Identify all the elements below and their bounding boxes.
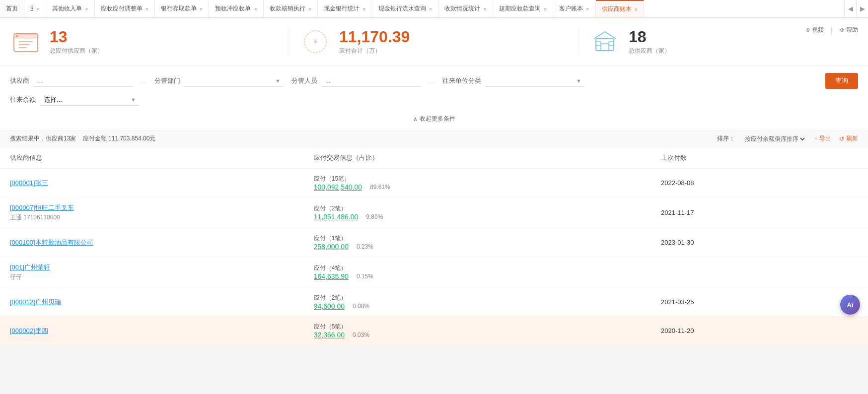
nav-tab-close[interactable]: × — [85, 6, 88, 12]
table-row: [000100]本特勤油品有限公司应付（1笔）258,000.000.23%20… — [0, 228, 868, 257]
nav-tab-close[interactable]: × — [544, 6, 547, 12]
filter-balance: 往来余额 选择... ▼ — [10, 94, 139, 106]
supplier-count: 13 — [50, 28, 103, 46]
nav-tab-cash-flow-query[interactable]: 现金银行流水查询 × — [372, 0, 438, 18]
svg-point-5 — [16, 35, 18, 37]
summary-card-suppliers: 13 总应付供应商（家） — [10, 26, 279, 58]
category-filter-select[interactable]: ▼ — [485, 75, 584, 87]
transaction-amount[interactable]: 94,600.00 — [314, 302, 345, 310]
nav-tab-cash-bank-stat[interactable]: 现金银行统计 × — [318, 0, 372, 18]
nav-tab-3[interactable]: 3 × — [24, 0, 46, 18]
nav-tab-receipt-verify[interactable]: 收款核销执行 × — [264, 0, 318, 18]
nav-tab-label: 其他收入单 — [52, 4, 82, 13]
last-pay-date: 2021-03-25 — [651, 288, 868, 317]
nav-tab-home[interactable]: 首页 — [0, 0, 24, 18]
sort-select[interactable]: 按应付余额倒序排序 — [743, 135, 806, 143]
col-header-supplier: 供应商信息 — [0, 147, 304, 169]
transaction-pct: 0.08% — [353, 303, 369, 310]
nav-tab-label: 客户账本 — [559, 4, 583, 13]
nav-tab-close[interactable]: × — [635, 6, 638, 12]
nav-tab-close[interactable]: × — [586, 6, 589, 12]
transaction-label: 应付（15笔） — [314, 175, 641, 183]
transaction-label: 应付（2笔） — [314, 294, 641, 302]
summary-info-payable: 11,170.39 应付合计（万） — [339, 28, 410, 55]
nav-next-arrow[interactable]: ▶ — [856, 0, 868, 18]
transaction-amount[interactable]: 100,092,540.00 — [314, 183, 362, 191]
supplier-link[interactable]: [000100]本特勤油品有限公司 — [10, 239, 93, 246]
export-button[interactable]: ↑ 导出 — [814, 134, 831, 143]
nav-tab-receipt-stat[interactable]: 收款情况统计 × — [438, 0, 493, 18]
nav-tab-supplier-ledger[interactable]: 供应商账本 × — [596, 0, 644, 18]
transaction-pct: 0.03% — [353, 331, 369, 338]
collapse-label: 收起更多条件 — [420, 115, 455, 123]
result-bar: 搜索结果中，供应商13家 应付金额 111,703,854.00元 排序： 按应… — [0, 131, 868, 147]
transaction-pct: 89.61% — [370, 184, 390, 191]
person-filter-input[interactable] — [321, 75, 421, 87]
supplier-link[interactable]: [000001]张三 — [10, 179, 48, 187]
filter-section: 供应商 … 分管部门 ▼ 分管人员 … 往来单位分类 — [0, 66, 868, 131]
transaction-amount[interactable]: 32,366.00 — [314, 331, 345, 339]
person-filter-dots[interactable]: … — [427, 76, 434, 85]
nav-tab-label: 银行存取款单 — [161, 4, 197, 13]
transaction-amount[interactable]: 258,000.00 — [314, 243, 349, 251]
dept-select[interactable] — [184, 75, 284, 86]
last-pay-date: 2023-01-30 — [651, 228, 868, 257]
nav-tab-label: 预收冲应收单 — [215, 4, 251, 13]
nav-tab-close[interactable]: × — [483, 6, 486, 12]
balance-filter-label: 往来余额 — [10, 95, 36, 104]
dept-filter-label: 分管部门 — [154, 76, 180, 85]
balance-select[interactable]: 选择... — [40, 94, 139, 105]
table-row: [000001]张三应付（15笔）100,092,540.0089.61%202… — [0, 169, 868, 197]
result-text1: 搜索结果中，供应商13家 — [10, 135, 76, 142]
nav-tab-close[interactable]: × — [254, 6, 257, 12]
transaction-amount[interactable]: 11,051,486.00 — [314, 213, 359, 221]
total-supplier-label: 总供应商（家） — [629, 47, 670, 55]
nav-tab-close[interactable]: × — [37, 6, 40, 12]
nav-tab-close[interactable]: × — [145, 6, 148, 12]
last-pay-date — [651, 257, 868, 288]
nav-tab-close[interactable]: × — [429, 6, 432, 12]
transaction-pct: 0.23% — [357, 243, 373, 250]
supplier-link[interactable]: [001]广州荣轩 — [10, 263, 50, 271]
nav-tab-overdue-ar[interactable]: 超期应收款查询 × — [493, 0, 553, 18]
nav-tab-ar-ap-adjust[interactable]: 应收应付调整单 × — [95, 0, 155, 18]
transaction-label: 应付（5笔） — [314, 323, 641, 331]
person-filter-label: 分管人员 — [291, 76, 317, 85]
supplier-link[interactable]: [000012]广州贝瑞 — [10, 298, 61, 306]
supplier-link[interactable]: [000002]李四 — [10, 327, 48, 334]
nav-tab-close[interactable]: × — [308, 6, 311, 12]
ai-button[interactable]: Ai — [840, 295, 860, 315]
last-pay-date: 2020-11-20 — [651, 317, 868, 345]
help-link[interactable]: ⊙ 帮助 — [840, 26, 858, 34]
refresh-button[interactable]: ↺ 刷新 — [839, 134, 858, 143]
nav-tab-close[interactable]: × — [362, 6, 365, 12]
transaction-amount[interactable]: 164,635.90 — [314, 272, 349, 280]
refresh-label: 刷新 — [846, 134, 858, 143]
result-text2: 应付金额 111,703,854.00元 — [83, 135, 156, 142]
nav-tab-customer-ledger[interactable]: 客户账本 × — [553, 0, 595, 18]
collapse-button[interactable]: ∧ 收起更多条件 — [407, 113, 461, 125]
query-button[interactable]: 查询 — [825, 73, 858, 89]
filter-supplier: 供应商 … — [10, 75, 146, 87]
supplier-filter-input[interactable] — [33, 75, 133, 87]
nav-tab-prepay-ar[interactable]: 预收冲应收单 × — [209, 0, 263, 18]
nav-tab-bank-deposit[interactable]: 银行存取款单 × — [155, 0, 209, 18]
video-link[interactable]: ⊙ 视频 — [805, 26, 824, 34]
nav-tab-label: 现金银行统计 — [324, 4, 360, 13]
category-select[interactable] — [485, 75, 584, 86]
supplier-filter-dots[interactable]: … — [139, 76, 146, 85]
col-header-transaction: 应付交易信息（占比） — [304, 147, 651, 169]
nav-tab-other-income[interactable]: 其他收入单 × — [46, 0, 94, 18]
filter-dept: 分管部门 ▼ — [154, 75, 284, 87]
dept-filter-select[interactable]: ▼ — [184, 75, 284, 87]
supplier-icon — [10, 26, 42, 58]
summary-header: 13 总应付供应商（家） ¥ 11,170.39 应付合计（万） — [0, 18, 868, 66]
svg-rect-8 — [596, 39, 614, 51]
export-icon: ↑ — [814, 135, 817, 142]
nav-tab-close[interactable]: × — [200, 6, 203, 12]
balance-filter-select[interactable]: 选择... ▼ — [40, 94, 139, 106]
summary-divider-2 — [579, 27, 579, 57]
data-table: 供应商信息 应付交易信息（占比） 上次付数 [000001]张三应付（15笔）1… — [0, 147, 868, 345]
nav-prev-arrow[interactable]: ◀ — [844, 0, 856, 18]
supplier-link[interactable]: [000007]恒旺二手叉车 — [10, 204, 74, 211]
